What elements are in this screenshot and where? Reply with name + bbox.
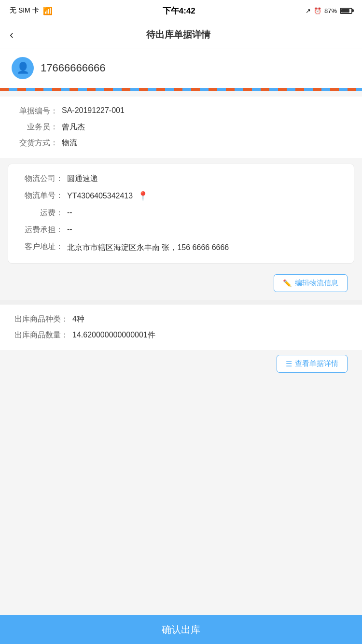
section-separator xyxy=(0,300,362,305)
tracking-no-row: 物流单号： YT4306405342413 📍 xyxy=(20,191,342,201)
avatar: 👤 xyxy=(12,57,34,79)
user-phone: 17666666666 xyxy=(41,62,106,74)
freight-bear-label: 运费承担： xyxy=(20,225,63,235)
delivery-label: 交货方式： xyxy=(14,138,58,148)
confirm-btn-label: 确认出库 xyxy=(162,623,200,636)
address-row: 客户地址： 北京市市辖区海淀区永丰南 张，156 6666 6666 xyxy=(20,242,342,253)
status-carrier: 无 SIM 卡 📶 xyxy=(10,6,53,15)
logistics-company-value: 圆通速递 xyxy=(67,174,342,184)
view-icon: ☰ xyxy=(286,360,292,368)
battery-icon xyxy=(340,8,352,14)
goods-kind-label: 出库商品种类： xyxy=(14,314,69,324)
logistics-company-row: 物流公司： 圆通速递 xyxy=(20,174,342,184)
freight-value: -- xyxy=(67,208,342,217)
order-no-value: SA-20191227-001 xyxy=(62,106,348,115)
avatar-icon: 👤 xyxy=(16,62,29,74)
view-details-button[interactable]: ☰ 查看单据详情 xyxy=(277,355,348,373)
tracking-no-label: 物流单号： xyxy=(20,191,63,201)
goods-kind-value: 4种 xyxy=(72,314,84,324)
goods-kind-row: 出库商品种类： 4种 xyxy=(14,314,348,324)
battery-percent: 87% xyxy=(324,7,337,14)
alarm-icon: ⏰ xyxy=(314,7,321,14)
user-section: 👤 17666666666 xyxy=(0,48,362,88)
bottom-spacer xyxy=(0,380,362,467)
location-icon: ↗ xyxy=(306,7,311,14)
tracking-no-value: YT4306405342413 📍 xyxy=(67,191,342,201)
view-btn-label: 查看单据详情 xyxy=(295,359,338,368)
logistics-company-label: 物流公司： xyxy=(20,174,63,184)
back-button[interactable]: ‹ xyxy=(10,28,14,42)
goods-qty-value: 14.620000000000001件 xyxy=(72,330,155,340)
delivery-value: 物流 xyxy=(62,138,348,148)
page-title: 待出库单据详情 xyxy=(23,28,333,41)
order-no-row: 单据编号： SA-20191227-001 xyxy=(14,106,348,116)
edit-btn-label: 编辑物流信息 xyxy=(295,279,338,288)
view-btn-row: ☰ 查看单据详情 xyxy=(0,350,362,380)
tracking-no-text: YT4306405342413 xyxy=(67,192,133,200)
edit-logistics-button[interactable]: ✏️ 编辑物流信息 xyxy=(274,274,348,292)
goods-qty-row: 出库商品数量： 14.620000000000001件 xyxy=(14,330,348,340)
freight-bear-value: -- xyxy=(67,225,342,234)
logistics-card: 物流公司： 圆通速递 物流单号： YT4306405342413 📍 运费： -… xyxy=(8,164,354,264)
delivery-row: 交货方式： 物流 xyxy=(14,138,348,148)
location-link-icon[interactable]: 📍 xyxy=(138,191,148,201)
salesman-label: 业务员： xyxy=(14,122,58,132)
carrier-text: 无 SIM 卡 xyxy=(10,6,39,15)
edit-btn-row: ✏️ 编辑物流信息 xyxy=(0,269,362,300)
order-no-label: 单据编号： xyxy=(14,106,58,116)
goods-section: 出库商品种类： 4种 出库商品数量： 14.620000000000001件 xyxy=(0,305,362,350)
salesman-value: 曾凡杰 xyxy=(62,122,348,132)
status-indicators: ↗ ⏰ 87% xyxy=(306,7,352,14)
salesman-row: 业务员： 曾凡杰 xyxy=(14,122,348,132)
address-label: 客户地址： xyxy=(20,242,63,252)
freight-bear-row: 运费承担： -- xyxy=(20,225,342,235)
order-info-section: 单据编号： SA-20191227-001 业务员： 曾凡杰 交货方式： 物流 xyxy=(0,97,362,158)
edit-icon: ✏️ xyxy=(283,279,292,288)
address-value: 北京市市辖区海淀区永丰南 张，156 6666 6666 xyxy=(67,242,342,253)
goods-qty-label: 出库商品数量： xyxy=(14,330,69,340)
freight-row: 运费： -- xyxy=(20,208,342,218)
status-time: 下午4:42 xyxy=(163,5,195,16)
freight-label: 运费： xyxy=(20,208,63,218)
confirm-button-bar[interactable]: 确认出库 xyxy=(0,615,362,644)
wifi-icon: 📶 xyxy=(43,6,53,15)
dashed-divider xyxy=(0,88,362,91)
nav-bar: ‹ 待出库单据详情 xyxy=(0,21,362,48)
status-bar: 无 SIM 卡 📶 下午4:42 ↗ ⏰ 87% xyxy=(0,0,362,21)
